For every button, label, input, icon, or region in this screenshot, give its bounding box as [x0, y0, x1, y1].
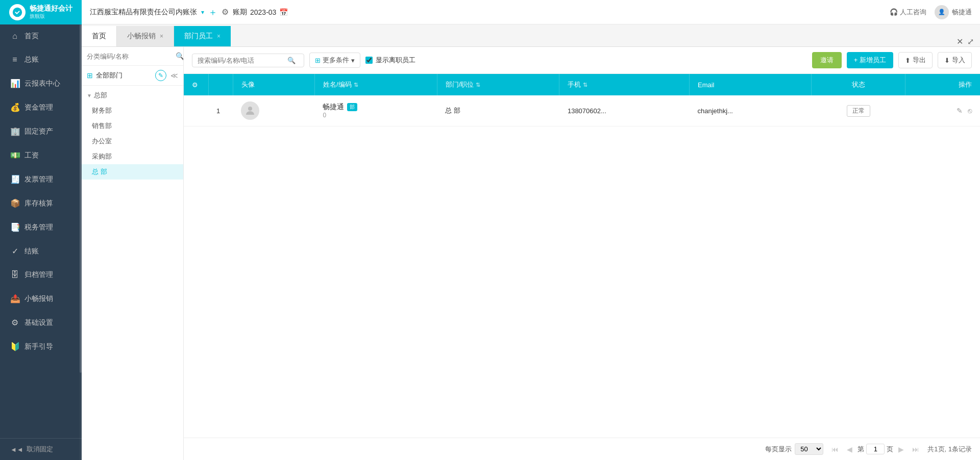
- sidebar-item-payroll[interactable]: 💵 工资: [0, 143, 82, 167]
- add-company-icon[interactable]: ＋: [208, 6, 217, 18]
- dept-value: 总 部: [445, 107, 460, 114]
- main-layout: ⌂ 首页 ≡ 总账 📊 云报表中心 💰 资金管理 🏢 固定资产 💵 工资 🧾 发…: [0, 24, 980, 460]
- dept-node-label: 财务部: [92, 107, 112, 114]
- cell-seq: 1: [208, 95, 233, 126]
- page-total: 共1页, 1条记录: [927, 445, 972, 454]
- dept-node-label: 总部: [94, 91, 107, 100]
- logo-sub: 旗舰版: [30, 13, 72, 20]
- add-employee-button[interactable]: + 新增员工: [847, 52, 893, 68]
- search-input[interactable]: [198, 57, 284, 64]
- sidebar-item-label: 库存核算: [24, 199, 53, 208]
- th-dept[interactable]: 部门/职位 ⇅: [437, 74, 559, 95]
- tab-home[interactable]: 首页: [82, 26, 117, 46]
- top-header: 畅捷通好会计 旗舰版 江西服宝精品有限责任公司内账张 ▾ ＋ ⚙ 账期 2023…: [0, 0, 980, 24]
- employee-name-text: 畅捷通: [323, 103, 344, 112]
- pin-toggle[interactable]: ◄◄ 取消固定: [0, 438, 82, 460]
- app-logo[interactable]: 畅捷通好会计 旗舰版: [0, 0, 82, 24]
- sidebar-item-inventory[interactable]: 📦 库存核算: [0, 191, 82, 215]
- dept-node-finance[interactable]: 财务部: [82, 103, 183, 118]
- page-size-label: 每页显示: [765, 445, 792, 454]
- filter-button[interactable]: ⊞ 更多条件 ▾: [309, 53, 360, 68]
- search-icon[interactable]: 🔍: [287, 57, 296, 64]
- export-label: 导出: [913, 56, 926, 65]
- calendar-icon[interactable]: 📅: [279, 8, 288, 16]
- service-button[interactable]: 🎧 人工咨询: [890, 8, 926, 17]
- all-dept-label: 全部部门: [96, 71, 122, 80]
- arrow-down-icon: ▼: [87, 93, 92, 98]
- home-icon: ⌂: [10, 32, 19, 41]
- tab-dept-employee[interactable]: 部门员工 ×: [174, 26, 231, 46]
- next-page-button[interactable]: ▶: [895, 444, 907, 454]
- employee-code-text: 0: [323, 112, 429, 119]
- th-status-label: 状态: [852, 81, 865, 88]
- page-size-dropdown[interactable]: 10 20 50 100: [795, 443, 823, 455]
- invite-button[interactable]: 邀请: [812, 52, 842, 68]
- payroll-icon: 💵: [10, 150, 19, 160]
- dept-node-purchase[interactable]: 采购部: [82, 149, 183, 164]
- sidebar-item-label: 发票管理: [24, 175, 53, 184]
- fixed-assets-icon: 🏢: [10, 126, 19, 136]
- tab-close-all-button[interactable]: ✕: [957, 37, 963, 46]
- svg-point-1: [248, 107, 252, 111]
- page-content: 🔍 ⊞ 全部部门 ✎ ≪ ▼ 总部: [82, 47, 980, 460]
- sidebar-item-home[interactable]: ⌂ 首页: [0, 24, 82, 48]
- dept-node-sales[interactable]: 销售部: [82, 118, 183, 134]
- user-menu[interactable]: 👤 畅捷通: [935, 5, 972, 19]
- th-name[interactable]: 姓名/编码 ⇅: [314, 74, 437, 95]
- employee-panel: 🔍 ⊞ 更多条件 ▾ 显示离职员工 邀请 + 新增员工: [184, 47, 980, 460]
- th-phone[interactable]: 手机 ⇅: [559, 74, 690, 95]
- archive-icon: 🗄: [10, 270, 19, 279]
- logout-employee-button[interactable]: ⎋: [968, 107, 972, 115]
- sidebar-item-ledger[interactable]: ≡ 总账: [0, 48, 82, 71]
- tab-dept-close[interactable]: ×: [217, 33, 220, 40]
- dept-search-bar: 🔍: [82, 47, 183, 66]
- phone-value: 138070602...: [568, 107, 606, 115]
- tab-expense[interactable]: 小畅报销 ×: [117, 26, 174, 46]
- show-resigned-checkbox[interactable]: 显示离职员工: [365, 56, 415, 65]
- pagination: 每页显示 10 20 50 100 ⏮ ◀ 第 页: [184, 438, 980, 460]
- show-resigned-input[interactable]: [365, 57, 373, 64]
- sidebar-item-assets-mgmt[interactable]: 💰 资金管理: [0, 95, 82, 119]
- settings-icon[interactable]: ⚙: [222, 7, 229, 17]
- sidebar-item-invoice[interactable]: 🧾 发票管理: [0, 167, 82, 191]
- dept-node-label: 办公室: [92, 137, 112, 145]
- th-settings[interactable]: ⚙: [184, 74, 208, 95]
- sidebar-item-reports[interactable]: 📊 云报表中心: [0, 71, 82, 95]
- th-status: 状态: [812, 74, 905, 95]
- sidebar-item-expense[interactable]: 📤 小畅报销: [0, 287, 82, 311]
- checkout-icon: ✓: [10, 246, 19, 256]
- sidebar-item-settings[interactable]: ⚙ 基础设置: [0, 311, 82, 335]
- dept-node-office[interactable]: 办公室: [82, 134, 183, 149]
- export-button[interactable]: ⬆ 导出: [898, 52, 933, 68]
- company-dropdown-icon[interactable]: ▾: [201, 9, 204, 16]
- dept-edit-button[interactable]: ✎: [155, 70, 166, 81]
- import-button[interactable]: ⬇ 导入: [938, 52, 972, 68]
- cell-phone: 138070602...: [559, 95, 690, 126]
- tab-expand-button[interactable]: ⤢: [967, 37, 974, 46]
- prev-page-button[interactable]: ◀: [844, 444, 855, 454]
- sidebar-item-fixed-assets[interactable]: 🏢 固定资产: [0, 119, 82, 143]
- tab-expense-close[interactable]: ×: [160, 33, 163, 40]
- first-page-button[interactable]: ⏮: [828, 444, 842, 454]
- dept-node-general[interactable]: ▼ 总部: [82, 88, 183, 103]
- pin-label: 取消固定: [27, 445, 53, 454]
- dept-search-icon[interactable]: 🔍: [176, 52, 184, 60]
- sidebar-item-guide[interactable]: 🔰 新手引导: [0, 335, 82, 359]
- avatar: 👤: [935, 5, 949, 19]
- dept-node-general-active[interactable]: 总 部: [82, 164, 183, 180]
- employee-toolbar: 🔍 ⊞ 更多条件 ▾ 显示离职员工 邀请 + 新增员工: [184, 47, 980, 74]
- employee-table-wrap: ⚙ 头像 姓名/编码 ⇅: [184, 74, 980, 438]
- edit-employee-button[interactable]: ✎: [957, 107, 963, 115]
- th-dept-label: 部门/职位: [446, 80, 474, 89]
- dept-search-input[interactable]: [87, 53, 173, 60]
- page-input[interactable]: [866, 444, 885, 454]
- reports-icon: 📊: [10, 79, 19, 88]
- sidebar-item-archive[interactable]: 🗄 归档管理: [0, 263, 82, 287]
- dept-collapse-button[interactable]: ≪: [170, 70, 178, 81]
- sidebar-item-label: 云报表中心: [24, 79, 60, 88]
- sidebar-item-tax[interactable]: 📑 税务管理: [0, 215, 82, 239]
- sidebar-item-checkout[interactable]: ✓ 结账: [0, 239, 82, 263]
- all-dept-button[interactable]: ⊞ 全部部门: [87, 71, 122, 80]
- last-page-button[interactable]: ⏭: [909, 444, 922, 454]
- headset-icon: 🎧: [890, 8, 898, 16]
